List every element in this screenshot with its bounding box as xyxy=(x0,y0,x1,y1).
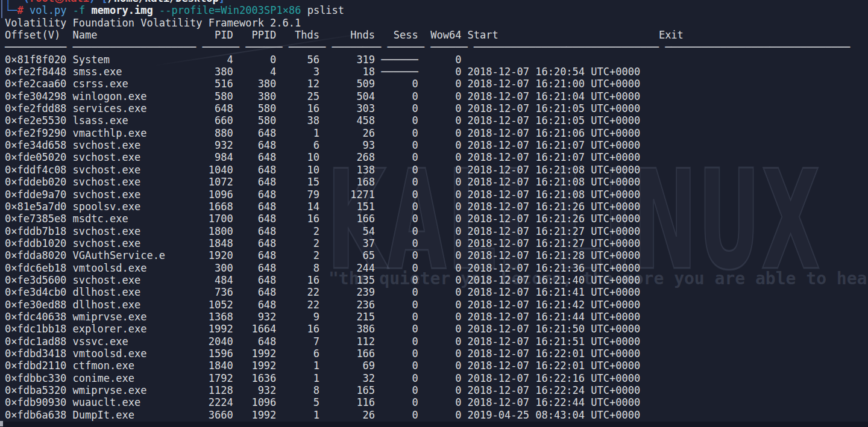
process-row: 0×fe2f9290 vmacthlp.exe 880 648 1 26 0 0… xyxy=(5,127,850,139)
banner-line: Volatility Foundation Volatility Framewo… xyxy=(5,17,850,29)
process-row: 0×fdc40638 wmiprvse.exe 1368 932 9 215 0… xyxy=(5,311,850,323)
table-header-row: Offset(V) Name PID PPID Thds Hnds Sess W… xyxy=(5,29,850,41)
command-plugin: pslist xyxy=(307,4,344,16)
process-row: 0×fddf4c08 svchost.exe 1040 648 10 138 0… xyxy=(5,164,850,176)
process-row: 0×fe30ed88 dllhost.exe 1052 648 22 236 0… xyxy=(5,299,850,311)
process-row: 0×fe304298 winlogon.exe 580 380 25 504 0… xyxy=(5,90,850,102)
process-row: 0×fdda8020 VGAuthService.e 1920 648 2 65… xyxy=(5,249,850,261)
process-row: 0×81f8f020 System 4 0 56 319 ────── 0 xyxy=(5,54,850,66)
prompt-frame-bottom: └─ xyxy=(5,4,17,16)
command-line: └─# vol.py -f memory.img --profile=Win20… xyxy=(5,4,850,16)
process-row: 0×fdc6eb18 vmtoolsd.exe 300 648 8 244 0 … xyxy=(5,262,850,274)
process-row: 0×fddeb020 svchost.exe 1072 648 15 168 0… xyxy=(5,176,850,188)
process-row: 0×81e5a7d0 spoolsv.exe 1668 648 14 151 0… xyxy=(5,201,850,213)
terminal-screen[interactable]: KALI LINUX "the quieter you become, the … xyxy=(0,0,868,427)
prompt-path: /home/kali/Desktop xyxy=(108,0,219,4)
process-row: 0×fddb7b18 svchost.exe 1800 648 2 54 0 0… xyxy=(5,225,850,237)
process-row: 0×fdc1ad88 vssvc.exe 2040 648 7 112 0 0 … xyxy=(5,335,850,348)
process-row: 0×fe3d5600 svchost.exe 484 648 16 135 0 … xyxy=(5,274,850,286)
process-row: 0×fe2caa60 csrss.exe 516 380 12 509 0 0 … xyxy=(5,78,850,90)
process-row: 0×fdbd3418 vmtoolsd.exe 1596 1992 6 166 … xyxy=(5,348,850,360)
bottom-edge-strip xyxy=(0,422,868,427)
terminal-output: ┌──(root㉿kali)-[/home/kali/Desktop] └─# … xyxy=(5,0,850,421)
command-file-arg: memory.img xyxy=(91,4,153,16)
prompt-frame-close: ] xyxy=(219,0,225,4)
process-row: 0×fe3d4cb0 dllhost.exe 736 648 22 239 0 … xyxy=(5,286,850,298)
prompt-frame-mid: )-[ xyxy=(89,0,108,4)
command-flag: -f xyxy=(73,4,85,16)
prompt-line-1: ┌──(root㉿kali)-[/home/kali/Desktop] xyxy=(5,0,850,4)
process-row: 0×fe34d658 svchost.exe 932 648 6 93 0 0 … xyxy=(5,139,850,151)
prompt-frame-open: ┌──( xyxy=(5,0,30,4)
process-row: 0×fdbbc330 conime.exe 1792 1636 1 32 0 0… xyxy=(5,372,850,384)
bottom-left-mark xyxy=(0,421,3,426)
process-row: 0×fe2fdd88 services.exe 648 580 16 303 0… xyxy=(5,102,850,114)
process-row: 0×fdbd2110 ctfmon.exe 1840 1992 1 69 0 0… xyxy=(5,360,850,372)
process-row: 0×fe2e5530 lsass.exe 660 580 38 458 0 0 … xyxy=(5,114,850,126)
process-row: 0×fdba5320 wmiprvse.exe 1128 932 8 165 0… xyxy=(5,384,850,396)
process-row: 0×fe2f8448 smss.exe 380 4 3 18 ────── 0 … xyxy=(5,66,850,78)
command-name: vol.py xyxy=(30,4,66,16)
process-table: Offset(V) Name PID PPID Thds Hnds Sess W… xyxy=(5,29,850,421)
process-row: 0×fe7385e8 msdtc.exe 1700 648 16 166 0 0… xyxy=(5,213,850,225)
process-row: 0×fdb90930 wuauclt.exe 2224 1096 5 116 0… xyxy=(5,396,850,408)
process-row: 0×fdb6a638 DumpIt.exe 3660 1992 1 26 0 0… xyxy=(5,409,850,421)
table-separator-row: ────────── ──────────────────── ────── ─… xyxy=(5,41,850,53)
prompt-hash: # xyxy=(17,4,23,16)
window-edge-highlight xyxy=(1,0,2,18)
process-row: 0×fdde9a70 svchost.exe 1096 648 79 1271 … xyxy=(5,189,850,201)
process-row: 0×fddb1020 svchost.exe 1848 648 2 37 0 0… xyxy=(5,237,850,249)
command-profile-option: --profile=Win2003SP1×86 xyxy=(159,4,301,16)
process-row: 0×fdc1bb18 explorer.exe 1992 1664 16 386… xyxy=(5,323,850,335)
process-row: 0×fde05020 svchost.exe 984 648 10 268 0 … xyxy=(5,151,850,163)
prompt-user: root㉿kali xyxy=(30,0,89,4)
